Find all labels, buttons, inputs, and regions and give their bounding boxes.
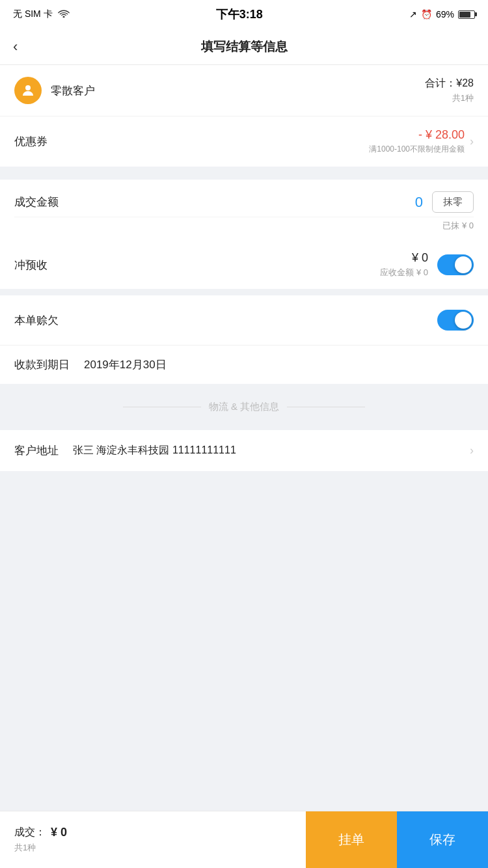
due-date-value: 2019年12月30日	[84, 357, 167, 372]
customer-left: 零散客户	[14, 77, 95, 104]
status-left: 无 SIM 卡	[13, 8, 70, 20]
battery-percent: 69%	[436, 9, 454, 20]
avatar	[14, 77, 42, 104]
customer-right: 合计：¥28 共1种	[425, 77, 474, 104]
address-value: 张三 海淀永丰科技园 11111111111	[73, 444, 470, 457]
total-amount: 合计：¥28	[425, 77, 474, 90]
content: 零散客户 合计：¥28 共1种 优惠券 - ¥ 28.00 满1000-100不…	[0, 65, 488, 530]
svg-point-1	[25, 85, 31, 90]
deal-right: 0 抹零	[415, 191, 474, 213]
page-title: 填写结算等信息	[201, 38, 288, 55]
round-zero-button[interactable]: 抹零	[432, 191, 474, 213]
customer-card: 零散客户 合计：¥28 共1种 优惠券 - ¥ 28.00 满1000-100不…	[0, 65, 488, 167]
bottom-deal-label: 成交：	[14, 826, 46, 839]
address-chevron-icon: ›	[470, 444, 474, 457]
back-button[interactable]: ‹	[13, 38, 18, 55]
customer-row: 零散客户 合计：¥28 共1种	[0, 65, 488, 116]
prepay-amounts: ¥ 0 应收金额 ¥ 0	[380, 251, 428, 278]
prepay-row: 冲预收 ¥ 0 应收金额 ¥ 0	[14, 241, 474, 289]
location-icon: ↗	[409, 9, 417, 20]
prepay-sub: 应收金额 ¥ 0	[380, 267, 428, 278]
status-time: 下午3:18	[216, 7, 263, 22]
status-right: ↗ ⏰ 69%	[409, 9, 475, 20]
wifi-icon	[58, 9, 70, 20]
deal-amount-row: 成交金额 0 抹零	[14, 180, 474, 217]
address-label: 客户地址	[14, 443, 59, 458]
prepay-amount: ¥ 0	[380, 251, 428, 265]
coupon-right: - ¥ 28.00 满1000-100不限制使用金额 ›	[369, 128, 474, 155]
coupon-row[interactable]: 优惠券 - ¥ 28.00 满1000-100不限制使用金额 ›	[0, 116, 488, 167]
coupon-label: 优惠券	[14, 134, 47, 149]
prepay-right: ¥ 0 应收金额 ¥ 0	[380, 251, 474, 278]
bottom-btn-group: 挂单 保存	[306, 811, 488, 868]
deal-section: 成交金额 0 抹零 已抹 ¥ 0 冲预收 ¥ 0 应收金额 ¥ 0	[0, 180, 488, 289]
section-divider-2	[0, 289, 488, 295]
address-row[interactable]: 客户地址 张三 海淀永丰科技园 11111111111 ›	[0, 430, 488, 471]
svg-point-0	[62, 16, 64, 18]
debt-toggle[interactable]	[437, 310, 474, 331]
debt-toggle-thumb	[455, 312, 472, 329]
logistics-section: 物流 & 其他信息	[0, 390, 488, 424]
coupon-desc: 满1000-100不限制使用金额	[369, 144, 465, 155]
coupon-chevron-icon: ›	[470, 135, 474, 148]
logistics-label: 物流 & 其他信息	[209, 401, 279, 413]
bottom-deal: 成交： ¥ 0	[14, 826, 291, 839]
deal-amount-label: 成交金额	[14, 195, 59, 210]
debt-row: 本单赊欠	[14, 295, 474, 345]
debt-section: 本单赊欠	[0, 295, 488, 345]
battery-icon	[458, 10, 475, 19]
alarm-icon: ⏰	[421, 9, 432, 20]
deal-sub-label: 已抹 ¥ 0	[14, 217, 474, 241]
prepay-label: 冲预收	[14, 258, 47, 273]
coupon-amount: - ¥ 28.00	[369, 128, 465, 142]
bottom-deal-amount: ¥ 0	[51, 826, 67, 839]
due-date-label: 收款到期日	[14, 357, 70, 372]
due-date-row: 收款到期日 2019年12月30日	[0, 345, 488, 384]
section-divider-1	[0, 173, 488, 180]
save-button[interactable]: 保存	[397, 811, 488, 868]
deal-amount-value: 0	[415, 194, 423, 211]
bottom-bar: 成交： ¥ 0 共1种 挂单 保存	[0, 811, 488, 868]
total-count: 共1种	[425, 92, 474, 104]
bottom-info: 成交： ¥ 0 共1种	[0, 826, 306, 854]
status-bar: 无 SIM 卡 下午3:18 ↗ ⏰ 69%	[0, 0, 488, 29]
nav-bar: ‹ 填写结算等信息	[0, 29, 488, 65]
prepay-toggle[interactable]	[437, 254, 474, 275]
customer-name: 零散客户	[51, 83, 95, 98]
logistics-divider: 物流 & 其他信息	[0, 401, 488, 413]
debt-label: 本单赊欠	[14, 313, 59, 328]
toggle-thumb	[455, 256, 472, 273]
sim-label: 无 SIM 卡	[13, 8, 53, 20]
bottom-count: 共1种	[14, 842, 291, 854]
coupon-info: - ¥ 28.00 满1000-100不限制使用金额	[369, 128, 465, 155]
hold-button[interactable]: 挂单	[306, 811, 397, 868]
